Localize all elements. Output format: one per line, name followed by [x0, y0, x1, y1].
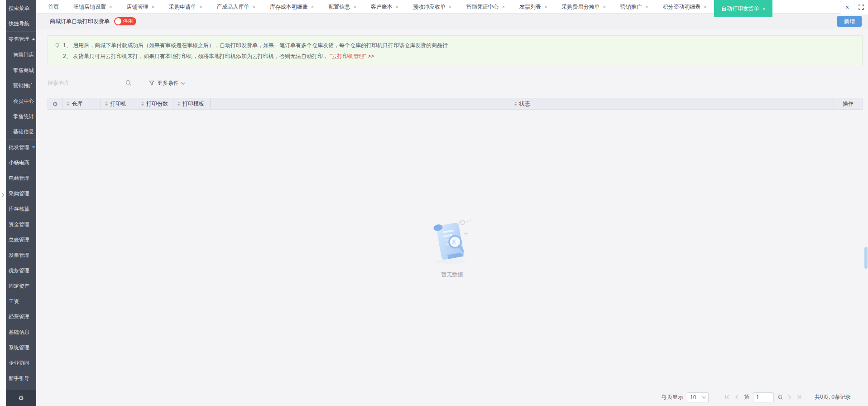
- tab-close-icon[interactable]: ×: [704, 5, 706, 10]
- sidebar-item[interactable]: 小畅电商: [6, 155, 36, 170]
- tab[interactable]: 配置信息 ×: [321, 0, 363, 14]
- sort-icon[interactable]: [67, 102, 69, 106]
- scrollbar-thumb[interactable]: [864, 247, 868, 269]
- tab-close-icon[interactable]: ×: [311, 5, 314, 10]
- sidebar-item[interactable]: 零售统计: [6, 109, 36, 124]
- sidebar-item[interactable]: 企业协同: [6, 355, 36, 371]
- tab[interactable]: 发票列表 ×: [512, 0, 554, 14]
- column-settings-button[interactable]: ⚙: [48, 98, 62, 109]
- sidebar-item[interactable]: 工资: [6, 294, 36, 309]
- tab[interactable]: 首页 ×: [41, 0, 66, 14]
- column-label: 打印份数: [146, 100, 168, 108]
- tab[interactable]: 店铺管理 ×: [119, 0, 161, 14]
- sidebar-item[interactable]: 电商管理: [6, 170, 36, 186]
- per-page-select[interactable]: 10: [687, 392, 709, 402]
- sidebar-settings-button[interactable]: ⚙: [6, 390, 36, 406]
- sidebar-item[interactable]: 快捷导航: [6, 16, 36, 32]
- sidebar-item-label: 智慧门店: [13, 52, 34, 58]
- filter-row: 更多条件: [48, 76, 868, 90]
- tab-close-icon[interactable]: ×: [645, 5, 648, 10]
- tab[interactable]: 旺铺店铺设置 ×: [66, 0, 119, 14]
- tab-close-icon[interactable]: ×: [502, 5, 505, 10]
- cloud-printer-manage-link[interactable]: "云打印机管理" >>: [330, 53, 374, 59]
- sidebar-item-label: 发票管理: [9, 252, 29, 259]
- prev-page-button[interactable]: [734, 394, 740, 401]
- sidebar-item[interactable]: 库存核算: [6, 201, 36, 217]
- search-input[interactable]: [48, 80, 125, 86]
- tab-label: 配置信息: [328, 3, 350, 11]
- fullscreen-button[interactable]: [854, 0, 868, 14]
- main-area: 首页 × 旺铺店铺设置 × 店铺管理 × 采购申请单 × 产成品入库单 ×: [36, 0, 868, 406]
- tab[interactable]: 自动打印发货单 ×: [714, 0, 772, 17]
- tab-close-icon[interactable]: ×: [762, 6, 765, 11]
- sidebar-item[interactable]: 基础信息: [6, 324, 36, 340]
- tab[interactable]: 产成品入库单 ×: [209, 0, 262, 14]
- more-conditions-button[interactable]: 更多条件: [149, 79, 185, 87]
- tab[interactable]: 营销推广 ×: [613, 0, 655, 14]
- sidebar-item[interactable]: 智慧门店: [6, 47, 36, 63]
- sort-icon[interactable]: [514, 102, 517, 106]
- tab-close-icon[interactable]: ×: [252, 5, 255, 10]
- column-header[interactable]: 打印份数: [137, 98, 173, 109]
- sidebar-item[interactable]: 采购管理: [6, 186, 36, 201]
- tab-close-icon[interactable]: ×: [109, 5, 112, 10]
- sort-icon[interactable]: [177, 102, 180, 106]
- sidebar-item[interactable]: 搜索菜单: [6, 1, 36, 16]
- tab-close-icon[interactable]: ×: [544, 5, 547, 10]
- column-header[interactable]: 状态: [211, 98, 834, 109]
- column-header[interactable]: 仓库: [62, 98, 101, 109]
- gear-icon: ⚙: [53, 101, 58, 107]
- tab-close-icon[interactable]: ×: [199, 5, 202, 10]
- sidebar-item-label: 搜索菜单: [9, 5, 29, 12]
- gear-icon: ⚙: [18, 394, 24, 401]
- tab-close-icon[interactable]: ×: [396, 5, 398, 10]
- page-number-input[interactable]: [753, 392, 774, 402]
- tab[interactable]: 客户账本 ×: [364, 0, 406, 14]
- sidebar-item[interactable]: 税务管理: [6, 263, 36, 278]
- sidebar-item-label: 税务管理: [9, 267, 29, 274]
- sidebar-item[interactable]: 固定资产: [6, 278, 36, 294]
- tab-label: 营销推广: [620, 3, 642, 11]
- close-icon: ×: [845, 4, 849, 11]
- app: 搜索菜单 快捷导航 零售管理 智慧门店 零售商城 营销推广: [0, 0, 868, 406]
- add-button[interactable]: 新增: [837, 16, 862, 27]
- tab-close-icon[interactable]: ×: [353, 5, 356, 10]
- tab-label: 旺铺店铺设置: [73, 3, 106, 11]
- tab-close-icon[interactable]: ×: [449, 5, 451, 10]
- tab[interactable]: 积分变动明细表 ×: [655, 0, 714, 14]
- sidebar-item[interactable]: 零售商城: [6, 63, 36, 78]
- tab-close-icon[interactable]: ×: [151, 5, 154, 10]
- auto-print-toggle[interactable]: 停用: [114, 17, 136, 25]
- tab[interactable]: 采购申请单 ×: [162, 0, 209, 14]
- sidebar-item[interactable]: 经营管理: [6, 309, 36, 324]
- column-header[interactable]: 操作: [834, 98, 862, 109]
- search-icon[interactable]: [125, 80, 132, 86]
- sidebar-item-label: 批发管理: [9, 144, 29, 151]
- left-rail: [0, 0, 6, 406]
- tab[interactable]: 采购费用分摊单 ×: [554, 0, 613, 14]
- sidebar-item[interactable]: 总账管理: [6, 232, 36, 247]
- last-page-button[interactable]: [796, 394, 803, 401]
- sort-icon[interactable]: [141, 102, 144, 106]
- sidebar-item[interactable]: 零售管理: [6, 32, 36, 47]
- sidebar-expand-handle[interactable]: [1, 192, 5, 199]
- sidebar-item[interactable]: 资金管理: [6, 217, 36, 232]
- column-header[interactable]: 打印模板: [173, 98, 211, 109]
- tab[interactable]: 库存成本明细账 ×: [263, 0, 321, 14]
- close-all-tabs-button[interactable]: ×: [840, 0, 854, 14]
- tab[interactable]: 预收冲应收单 ×: [406, 0, 459, 14]
- page-label-after: 页: [777, 393, 783, 401]
- sidebar-item[interactable]: 会员中心: [6, 93, 36, 109]
- sidebar-item[interactable]: 系统管理: [6, 340, 36, 355]
- tab[interactable]: 智能凭证中心 ×: [459, 0, 512, 14]
- sidebar-item[interactable]: 基础信息: [6, 124, 36, 140]
- column-header[interactable]: 打印机: [101, 98, 137, 109]
- sidebar-item[interactable]: 新手引导: [6, 371, 36, 386]
- sidebar-item[interactable]: 批发管理: [6, 140, 36, 155]
- next-page-button[interactable]: [786, 394, 793, 401]
- sidebar-item[interactable]: 营销推广: [6, 78, 36, 93]
- sort-icon[interactable]: [105, 102, 108, 106]
- tab-close-icon[interactable]: ×: [603, 5, 605, 10]
- first-page-button[interactable]: [724, 394, 730, 401]
- sidebar-item[interactable]: 发票管理: [6, 247, 36, 263]
